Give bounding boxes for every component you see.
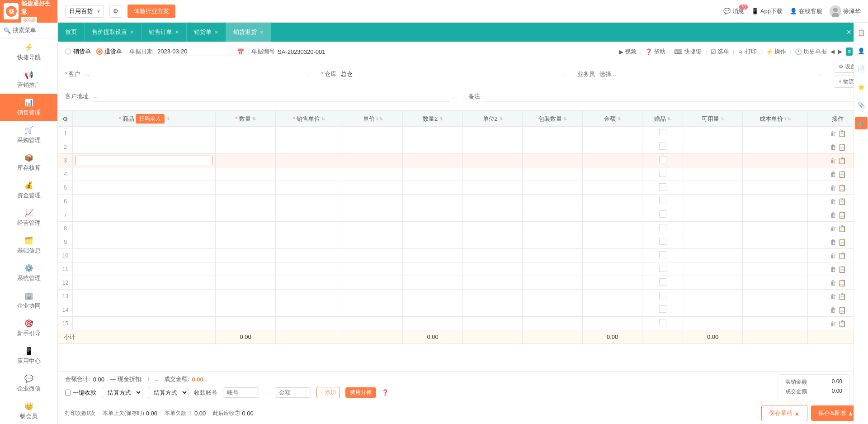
delete-row-button[interactable]: 🗑: [830, 293, 836, 300]
delete-row-button[interactable]: 🗑: [830, 320, 836, 327]
amount-cell[interactable]: [582, 290, 642, 303]
sales-unit-cell[interactable]: [275, 181, 343, 195]
one-click-payment-checkbox[interactable]: 一键收款: [65, 389, 96, 397]
operations-btn[interactable]: ⚡ 操作: [766, 48, 786, 56]
product-cell[interactable]: [73, 222, 216, 235]
copy-row-button[interactable]: 📋: [838, 320, 846, 327]
unit-price-cell[interactable]: [343, 140, 403, 154]
radio-delivery[interactable]: 销货单: [65, 48, 91, 56]
add-payment-button[interactable]: + 添加: [316, 387, 340, 398]
unit-sort-icon[interactable]: ⇅: [321, 116, 325, 121]
pack-quantity-cell[interactable]: [523, 167, 583, 181]
pack-quantity-cell[interactable]: [523, 127, 583, 140]
unit2-cell[interactable]: [462, 154, 523, 167]
gift-cell[interactable]: [642, 262, 683, 276]
available-cell[interactable]: [683, 222, 743, 235]
quantity-cell[interactable]: [216, 222, 276, 235]
amount-cell[interactable]: [582, 181, 642, 195]
amount-cell[interactable]: [582, 276, 642, 290]
sales-unit-cell[interactable]: [275, 317, 343, 330]
product-cell[interactable]: [73, 140, 216, 154]
gift-sort-icon[interactable]: ⇅: [667, 116, 671, 121]
quantity2-cell[interactable]: [403, 167, 463, 181]
cost-price-cell[interactable]: [743, 276, 808, 290]
save-draft-button[interactable]: 保存草稿 ▲: [761, 405, 808, 421]
available-cell[interactable]: [683, 262, 743, 276]
right-panel-notes-btn[interactable]: 📋: [855, 26, 868, 39]
quantity-sort-icon[interactable]: ⇅: [252, 116, 256, 121]
gift-checkbox[interactable]: [659, 143, 666, 150]
history-btn[interactable]: 🕐 历史单据: [795, 48, 827, 56]
delete-row-button[interactable]: 🗑: [830, 143, 836, 151]
tab-sales-order[interactable]: 销售订单 ✕: [142, 23, 187, 42]
sidebar-item-basic[interactable]: 🗂️ 基础信息: [0, 232, 57, 259]
salesperson-input[interactable]: [598, 69, 815, 79]
unit2-cell[interactable]: [462, 262, 523, 276]
quantity-cell[interactable]: [216, 127, 276, 140]
quantity2-cell[interactable]: [403, 127, 463, 140]
shortcut-btn[interactable]: ⌨ 快捷键: [674, 48, 702, 56]
tab-close-price-settings[interactable]: ✕: [130, 29, 134, 35]
quantity2-cell[interactable]: [403, 195, 463, 208]
copy-row-button[interactable]: 📋: [838, 198, 846, 205]
app-download-button[interactable]: 📱 App下载: [751, 7, 783, 15]
gift-checkbox[interactable]: [659, 265, 666, 272]
scan-input-button[interactable]: 扫码录入: [136, 114, 165, 124]
sales-unit-cell[interactable]: [275, 262, 343, 276]
quantity-cell[interactable]: [216, 276, 276, 290]
delete-row-button[interactable]: 🗑: [830, 238, 836, 246]
available-cell[interactable]: [683, 181, 743, 195]
available-cell[interactable]: [683, 276, 743, 290]
copy-row-button[interactable]: 📋: [838, 225, 846, 232]
sidebar-item-member[interactable]: 👑 畅会员: [0, 397, 57, 424]
sales-unit-cell[interactable]: [275, 276, 343, 290]
sidebar-item-marketing[interactable]: 📢 营销推广: [0, 66, 57, 94]
quantity-cell[interactable]: [216, 181, 276, 195]
customer-lookup-icon[interactable]: ···: [306, 71, 311, 78]
quantity-cell[interactable]: [216, 154, 276, 167]
cost-price-cell[interactable]: [743, 317, 808, 330]
available-cell[interactable]: [683, 208, 743, 222]
product-cell[interactable]: [73, 208, 216, 222]
available-cell[interactable]: [683, 235, 743, 249]
unit2-cell[interactable]: [462, 235, 523, 249]
accounting-method-select[interactable]: 结算方式: [102, 387, 142, 398]
cost-price-cell[interactable]: [743, 235, 808, 249]
gift-checkbox[interactable]: [659, 197, 666, 204]
pack-quantity-cell[interactable]: [523, 249, 583, 262]
pack-quantity-cell[interactable]: [523, 208, 583, 222]
sidebar-item-wechat[interactable]: 💬 企业微信: [0, 370, 57, 397]
copy-row-button[interactable]: 📋: [838, 171, 846, 178]
tab-sales-delivery[interactable]: 销货单 ✕: [187, 23, 226, 42]
list-view-btn[interactable]: ≡: [846, 48, 853, 56]
available-cell[interactable]: [683, 154, 743, 167]
pack-sort-icon[interactable]: ⇅: [563, 116, 567, 121]
unit-price-cell[interactable]: [343, 195, 403, 208]
amount-cell[interactable]: [582, 222, 642, 235]
gift-checkbox[interactable]: [659, 292, 666, 299]
unit2-sort-icon[interactable]: ⇅: [499, 116, 503, 121]
unit2-cell[interactable]: [462, 276, 523, 290]
address-input[interactable]: [91, 91, 450, 101]
sidebar-item-enterprise[interactable]: 🏢 企业协同: [0, 287, 57, 314]
next-btn[interactable]: ▶: [838, 48, 842, 55]
radio-return[interactable]: 退货单: [96, 48, 122, 56]
expense-help-icon[interactable]: ❓: [382, 389, 389, 396]
unit-price-cell[interactable]: [343, 222, 403, 235]
quantity-cell[interactable]: [216, 262, 276, 276]
product-cell[interactable]: [73, 154, 216, 167]
gift-checkbox[interactable]: [659, 305, 666, 313]
copy-row-button[interactable]: 📋: [838, 306, 846, 314]
save-draft-dropdown-icon[interactable]: ▲: [794, 410, 800, 417]
product-cell[interactable]: [73, 195, 216, 208]
gift-cell[interactable]: [642, 290, 683, 303]
unit-price-cell[interactable]: [343, 167, 403, 181]
delete-row-button[interactable]: 🗑: [830, 266, 836, 273]
delete-row-button[interactable]: 🗑: [830, 184, 836, 191]
cost-price-cell[interactable]: [743, 262, 808, 276]
sales-unit-cell[interactable]: [275, 154, 343, 167]
quantity2-cell[interactable]: [403, 222, 463, 235]
warehouse-lookup-icon[interactable]: ···: [561, 71, 566, 78]
product-cell[interactable]: [73, 249, 216, 262]
expense-split-button[interactable]: 费用分摊: [345, 387, 376, 398]
